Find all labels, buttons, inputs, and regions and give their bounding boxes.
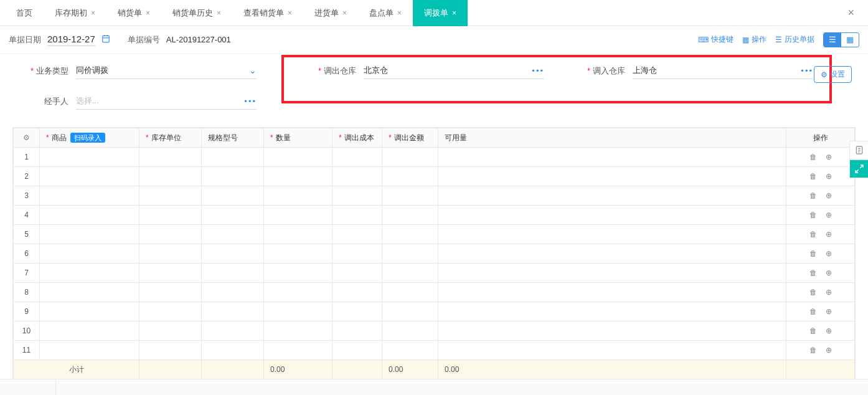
cell-unit[interactable] <box>139 206 202 225</box>
table-row[interactable]: 10🗑⊕ <box>14 321 855 341</box>
cell-spec[interactable] <box>202 206 264 225</box>
cell-unit[interactable] <box>139 283 202 302</box>
cell-amt[interactable] <box>382 264 438 283</box>
cell-amt[interactable] <box>382 167 438 186</box>
tab-view-sales[interactable]: 查看销货单× <box>232 0 303 26</box>
settings-button[interactable]: ⚙设置 <box>814 66 852 83</box>
cell-product[interactable] <box>40 341 139 360</box>
cell-cost[interactable] <box>333 167 382 186</box>
table-row[interactable]: 11🗑⊕ <box>14 341 855 360</box>
fullscreen-button[interactable] <box>849 159 868 178</box>
cell-unit[interactable] <box>139 244 202 264</box>
close-icon[interactable]: × <box>146 9 150 17</box>
cell-avail[interactable] <box>438 225 786 244</box>
add-row-icon[interactable]: ⊕ <box>826 307 832 316</box>
cell-spec[interactable] <box>202 148 264 167</box>
delete-row-icon[interactable]: 🗑 <box>809 211 817 219</box>
cell-cost[interactable] <box>333 341 382 360</box>
cell-avail[interactable] <box>438 148 786 167</box>
cell-amt[interactable] <box>382 302 438 321</box>
delete-row-icon[interactable]: 🗑 <box>809 346 817 355</box>
cell-qty[interactable] <box>264 321 333 341</box>
out-warehouse-select[interactable]: 北京仓••• <box>364 62 544 79</box>
cell-cost[interactable] <box>333 264 382 283</box>
delete-row-icon[interactable]: 🗑 <box>809 172 817 181</box>
tab-home[interactable]: 首页 <box>5 0 44 26</box>
add-row-icon[interactable]: ⊕ <box>826 249 832 258</box>
close-icon[interactable]: × <box>342 9 347 17</box>
cell-spec[interactable] <box>202 264 264 283</box>
cell-spec[interactable] <box>202 283 264 302</box>
cell-product[interactable] <box>40 186 139 206</box>
table-row[interactable]: 2🗑⊕ <box>14 167 855 186</box>
cell-avail[interactable] <box>438 167 786 186</box>
cell-spec[interactable] <box>202 341 264 360</box>
cell-amt[interactable] <box>382 341 438 360</box>
cell-amt[interactable] <box>382 283 438 302</box>
cell-product[interactable] <box>40 225 139 244</box>
close-icon[interactable]: × <box>397 9 402 17</box>
add-row-icon[interactable]: ⊕ <box>826 153 832 161</box>
cell-spec[interactable] <box>202 244 264 264</box>
cell-product[interactable] <box>40 244 139 264</box>
calendar-icon[interactable] <box>101 34 110 45</box>
add-row-icon[interactable]: ⊕ <box>826 288 832 297</box>
add-row-icon[interactable]: ⊕ <box>826 346 832 355</box>
cell-unit[interactable] <box>139 264 202 283</box>
close-icon[interactable]: × <box>91 9 95 17</box>
cell-amt[interactable] <box>382 186 438 206</box>
cell-product[interactable] <box>40 302 139 321</box>
cell-qty[interactable] <box>264 186 333 206</box>
cell-qty[interactable] <box>264 167 333 186</box>
cell-avail[interactable] <box>438 264 786 283</box>
table-row[interactable]: 7🗑⊕ <box>14 264 855 283</box>
grid-view-button[interactable]: ▦ <box>841 33 859 47</box>
delete-row-icon[interactable]: 🗑 <box>809 269 817 277</box>
cell-avail[interactable] <box>438 283 786 302</box>
cell-qty[interactable] <box>264 341 333 360</box>
delete-row-icon[interactable]: 🗑 <box>809 191 817 200</box>
table-row[interactable]: 6🗑⊕ <box>14 244 855 264</box>
cell-product[interactable] <box>40 206 139 225</box>
cell-cost[interactable] <box>333 225 382 244</box>
add-row-icon[interactable]: ⊕ <box>826 230 832 239</box>
cell-avail[interactable] <box>438 206 786 225</box>
delete-row-icon[interactable]: 🗑 <box>809 230 817 239</box>
add-row-icon[interactable]: ⊕ <box>826 191 832 200</box>
cell-avail[interactable] <box>438 302 786 321</box>
cell-qty[interactable] <box>264 302 333 321</box>
add-row-icon[interactable]: ⊕ <box>826 269 832 277</box>
close-icon[interactable]: × <box>288 9 292 17</box>
cell-unit[interactable] <box>139 302 202 321</box>
cell-amt[interactable] <box>382 244 438 264</box>
cell-qty[interactable] <box>264 225 333 244</box>
table-row[interactable]: 5🗑⊕ <box>14 225 855 244</box>
cell-spec[interactable] <box>202 302 264 321</box>
cell-product[interactable] <box>40 264 139 283</box>
shortcut-link[interactable]: ⌨快捷键 <box>698 34 734 45</box>
cell-qty[interactable] <box>264 264 333 283</box>
add-row-icon[interactable]: ⊕ <box>826 211 832 219</box>
handler-select[interactable]: 选择...••• <box>76 93 257 110</box>
cell-product[interactable] <box>40 321 139 341</box>
col-settings[interactable]: ⚙ <box>14 128 40 148</box>
cell-qty[interactable] <box>264 283 333 302</box>
cell-unit[interactable] <box>139 148 202 167</box>
cell-unit[interactable] <box>139 186 202 206</box>
tab-sales-history[interactable]: 销货单历史× <box>161 0 232 26</box>
cell-amt[interactable] <box>382 225 438 244</box>
cell-qty[interactable] <box>264 206 333 225</box>
cell-amt[interactable] <box>382 321 438 341</box>
add-row-icon[interactable]: ⊕ <box>826 172 832 181</box>
delete-row-icon[interactable]: 🗑 <box>809 288 817 297</box>
cell-cost[interactable] <box>333 302 382 321</box>
cell-spec[interactable] <box>202 225 264 244</box>
cell-spec[interactable] <box>202 186 264 206</box>
notes-button[interactable] <box>849 141 868 159</box>
close-icon[interactable]: × <box>217 9 221 17</box>
cell-cost[interactable] <box>333 321 382 341</box>
table-row[interactable]: 3🗑⊕ <box>14 186 855 206</box>
close-icon[interactable]: × <box>452 9 456 17</box>
cell-unit[interactable] <box>139 341 202 360</box>
cell-cost[interactable] <box>333 244 382 264</box>
